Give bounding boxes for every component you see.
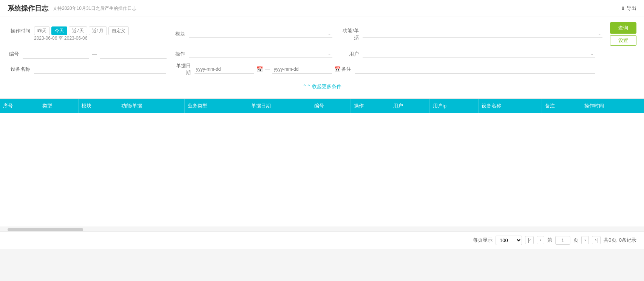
empty-row [0,113,644,227]
filter-row-3: 设备名称 单据日期 📅 — 📅 备注 [8,62,636,76]
time-filter-col: 操作时间 昨天 今天 近7天 近1月 自定义 2023-06-06 至 2023… [8,26,166,42]
data-table: 序号 类型 模块 功能/单据 业务类型 单据日期 编号 操作 用户 用户ip 设… [0,99,644,227]
user-dropdown-arrow: ⌄ [590,52,593,56]
func-dropdown-arrow: ⌄ [598,32,601,36]
filter-area: 操作时间 昨天 今天 近7天 近1月 自定义 2023-06-06 至 2023… [0,17,644,99]
collapse-label: 收起更多条件 [312,84,341,89]
number-from-input[interactable] [23,50,89,59]
user-dropdown[interactable]: ⌄ [363,50,595,58]
page-unit: 页 [573,237,578,244]
page-header: 系统操作日志 支持2020年10月31日之后产生的操作日志 ⬇ 导出 [0,0,644,17]
page-title: 系统操作日志 [8,4,48,13]
module-col: 模块 ⌄ [174,30,332,38]
remark-label: 备注 [340,66,355,73]
col-user: 用户 [390,99,429,113]
table-container: 序号 类型 模块 功能/单据 业务类型 单据日期 编号 操作 用户 用户ip 设… [0,99,644,227]
func-col: 功能/单据 ⌄ [340,27,602,41]
time-btn-yesterday[interactable]: 昨天 [34,26,50,35]
date-range: 📅 — 📅 [195,65,341,74]
export-icon: ⬇ [621,6,625,11]
scrollbar-area[interactable] [0,227,644,231]
total-label: 共0页, 0条记录 [604,237,636,244]
header-row: 序号 类型 模块 功能/单据 业务类型 单据日期 编号 操作 用户 用户ip 设… [0,99,644,113]
device-label: 设备名称 [8,66,34,73]
header-left: 系统操作日志 支持2020年10月31日之后产生的操作日志 [8,4,136,13]
device-col: 设备名称 [8,65,166,74]
time-btn-today[interactable]: 今天 [51,26,67,35]
remark-col: 备注 [340,65,595,74]
date-col: 单据日期 📅 — 📅 [174,62,332,76]
col-remark: 备注 [542,99,581,113]
func-dropdown[interactable]: ⌄ [363,30,602,38]
per-page-label: 每页显示 [473,237,493,244]
time-label: 操作时间 [8,28,34,34]
prev-page-button[interactable]: ‹ [537,236,544,244]
table-header: 序号 类型 模块 功能/单据 业务类型 单据日期 编号 操作 用户 用户ip 设… [0,99,644,113]
col-biz-type: 业务类型 [185,99,248,113]
number-to-input[interactable] [100,50,167,59]
op-col: 操作 ⌄ [174,50,332,58]
number-col: 编号 — [8,50,166,59]
page-subtitle: 支持2020年10月31日之后产生的操作日志 [53,5,136,12]
last-page-button[interactable]: ›| [592,236,601,244]
col-op: 操作 [351,99,390,113]
col-number: 编号 [311,99,351,113]
action-btns: 查询 设置 [610,22,636,46]
table-body [0,113,644,227]
time-range: 2023-06-06 至 2023-06-06 [34,36,87,41]
calendar-from-icon[interactable]: 📅 [256,66,263,72]
pagination-bar: 每页显示 100 10 20 50 200 |‹ ‹ 第 页 › ›| 共0页,… [0,231,644,249]
module-dropdown-arrow: ⌄ [328,32,331,36]
collapse-row: ⌃⌃ 收起更多条件 [8,80,636,93]
col-user-ip: 用户ip [429,99,478,113]
col-type: 类型 [39,99,78,113]
date-to-input[interactable] [272,65,332,74]
time-btn-7days[interactable]: 近7天 [69,26,87,35]
filter-row-2: 编号 — 操作 ⌄ 用户 ⌄ [8,50,636,59]
time-btn-1month[interactable]: 近1月 [89,26,107,35]
export-button[interactable]: ⬇ 导出 [621,5,636,12]
empty-area [0,113,644,227]
page-label: 第 [547,237,552,244]
col-device: 设备名称 [478,99,542,113]
col-seq: 序号 [0,99,39,113]
col-module: 模块 [79,99,118,113]
export-label: 导出 [627,5,636,12]
date-dash: — [265,67,270,72]
col-doc-date: 单据日期 [248,99,311,113]
number-label: 编号 [8,51,23,57]
func-label: 功能/单据 [340,27,363,41]
next-page-button[interactable]: › [581,236,589,244]
module-label: 模块 [174,31,189,37]
filter-row-1: 操作时间 昨天 今天 近7天 近1月 自定义 2023-06-06 至 2023… [8,22,636,46]
number-range: — [23,50,167,59]
device-input[interactable] [34,65,166,74]
page-input[interactable] [555,236,570,245]
first-page-button[interactable]: |‹ [525,236,534,244]
date-label: 单据日期 [174,62,195,76]
collapse-button[interactable]: ⌃⌃ 收起更多条件 [303,83,342,90]
collapse-icon: ⌃⌃ [303,84,311,89]
remark-input[interactable] [355,65,595,74]
user-col: 用户 ⌄ [340,50,595,58]
col-op-time: 操作时间 [581,99,644,113]
module-dropdown[interactable]: ⌄ [189,30,332,38]
op-dropdown-arrow: ⌄ [328,52,331,56]
user-label: 用户 [340,51,363,57]
settings-button[interactable]: 设置 [610,35,636,46]
date-from-input[interactable] [195,65,254,74]
op-label: 操作 [174,51,189,57]
query-button[interactable]: 查询 [610,22,636,34]
col-func: 功能/单据 [118,99,184,113]
per-page-select[interactable]: 100 10 20 50 200 [496,236,522,245]
time-btns: 昨天 今天 近7天 近1月 自定义 [34,26,129,35]
op-dropdown[interactable]: ⌄ [189,50,332,58]
time-btn-custom[interactable]: 自定义 [108,26,129,35]
number-dash: — [92,51,97,57]
scrollbar-thumb[interactable] [8,228,83,231]
